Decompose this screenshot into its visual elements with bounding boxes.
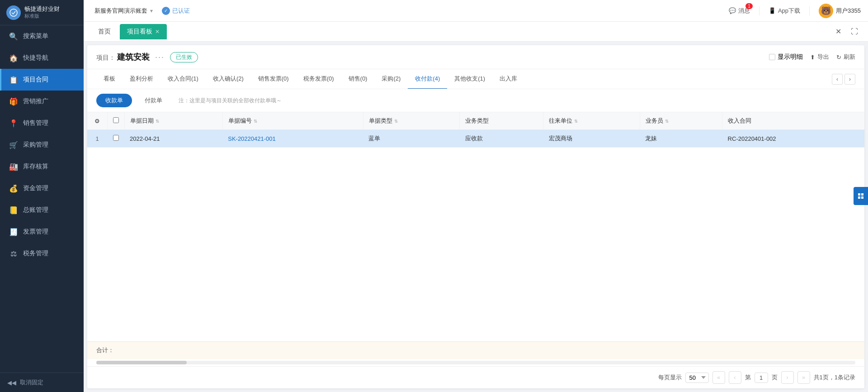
sidebar-item-finance[interactable]: 💰 资金管理	[0, 177, 84, 199]
sub-tab-----4-[interactable]: 收付款(4)	[408, 69, 447, 89]
prev-page-button[interactable]: ‹	[729, 371, 741, 384]
certified-badge: ✓ 已认证	[162, 7, 190, 15]
th-income-contract-label: 收入合同	[728, 117, 751, 124]
sub-tab-next-button[interactable]: ›	[844, 74, 855, 85]
tabbar: 首页 项目看板 ✕ ✕ ⛶	[84, 22, 868, 42]
topbar-divider	[759, 6, 760, 15]
th-date-sort-icon: ⇅	[156, 119, 159, 124]
topbar-divider-2	[809, 6, 810, 15]
export-button[interactable]: ⬆ 导出	[810, 53, 829, 61]
svg-point-0	[10, 9, 17, 16]
show-detail-checkbox[interactable]: 显示明细	[769, 53, 803, 61]
next-page-button[interactable]: ›	[781, 371, 794, 384]
expand-window-button[interactable]: ⛶	[848, 25, 861, 38]
scroll-thumb[interactable]	[96, 361, 187, 364]
row-checkbox[interactable]	[113, 135, 119, 141]
sub-tab---[interactable]: 看板	[96, 69, 123, 89]
sidebar-item-search[interactable]: 🔍 搜索菜单	[0, 25, 84, 47]
sub-tab------1-[interactable]: 收入合同(1)	[160, 69, 206, 89]
th-number[interactable]: 单据编号 ⇅	[222, 112, 363, 130]
app-download-label: App下载	[778, 7, 800, 15]
app-edition: 标准版	[24, 13, 60, 19]
sub-tab-prev-button[interactable]: ‹	[832, 74, 843, 85]
certified-icon: ✓	[162, 7, 170, 15]
sidebar-item-ledger[interactable]: 📒 总账管理	[0, 199, 84, 221]
th-number-sort-icon: ⇅	[254, 119, 257, 124]
page-size-select[interactable]: 50 20 100	[685, 373, 709, 383]
sidebar-item-sales[interactable]: 📍 销售管理	[0, 112, 84, 134]
th-type-label: 单据类型	[369, 117, 392, 125]
purchase-icon: 🛒	[9, 140, 19, 150]
svg-rect-4	[861, 196, 863, 199]
current-page-input[interactable]: 1	[755, 373, 768, 383]
page-end-label: 页	[772, 373, 778, 382]
th-partner-sort-icon: ⇅	[574, 119, 578, 124]
unpin-button[interactable]: ◀◀ 取消固定	[0, 373, 84, 392]
app-download-button[interactable]: 📱 App下载	[769, 7, 800, 15]
tax-icon: ⚖	[9, 249, 19, 258]
sub-tab------2-[interactable]: 收入确认(2)	[206, 69, 251, 89]
th-settings[interactable]: ⚙	[87, 112, 107, 130]
th-partner-label: 往来单位	[549, 117, 572, 125]
th-checkbox[interactable]	[107, 112, 124, 130]
show-detail-checkbox-box[interactable]	[769, 54, 775, 60]
sub-tab------0-[interactable]: 销售发票(0)	[251, 69, 296, 89]
table-row[interactable]: 1 2022-04-21 SK-20220421-001 蓝单 应收款 宏茂商场…	[87, 130, 864, 148]
td-checkbox[interactable]	[107, 130, 124, 148]
sidebar-logo: 畅捷通好业财 标准版	[0, 0, 84, 25]
sidebar-item-invoice[interactable]: 🧾 发票管理	[0, 221, 84, 243]
sidebar-item-project[interactable]: 📋 项目合同	[0, 69, 84, 91]
th-date[interactable]: 单据日期 ⇅	[124, 112, 222, 130]
user-menu[interactable]: 🐻 用户3355	[819, 4, 861, 18]
td-type: 蓝单	[363, 130, 460, 148]
tab-close-icon[interactable]: ✕	[155, 29, 160, 35]
document-number-link[interactable]: SK-20220421-001	[228, 135, 276, 142]
settings-icon[interactable]: ⚙	[94, 118, 100, 124]
sidebar-item-quicknav[interactable]: 🏠 快捷导航	[0, 47, 84, 69]
tab-home[interactable]: 首页	[91, 24, 118, 39]
sidebar-item-label: 营销推广	[23, 97, 48, 105]
topbar-right: 💬 消息 1 📱 App下载 🐻 用户3355	[729, 4, 861, 18]
first-page-button[interactable]: «	[712, 371, 725, 384]
sub-tab-----[interactable]: 盈利分析	[123, 69, 160, 89]
certified-label: 已认证	[172, 7, 190, 15]
message-button[interactable]: 💬 消息 1	[729, 7, 750, 15]
refresh-button[interactable]: ↻ 刷新	[836, 53, 855, 61]
record-tab-付款单[interactable]: 付款单	[136, 94, 171, 107]
record-tab-收款单[interactable]: 收款单	[96, 94, 132, 107]
td-income-contract: RC-20220401-002	[722, 130, 864, 148]
sidebar-item-marketing[interactable]: 🎁 营销推广	[0, 91, 84, 112]
refresh-label: 刷新	[844, 53, 855, 61]
per-page-label: 每页显示	[658, 373, 682, 382]
th-type[interactable]: 单据类型 ⇅	[363, 112, 460, 130]
sidebar: 畅捷通好业财 标准版 🔍 搜索菜单 🏠 快捷导航 📋 项目合同 🎁 营销推广 📍…	[0, 0, 84, 392]
sidebar-item-inventory[interactable]: 🏭 库存核算	[0, 156, 84, 177]
project-name: 建筑安装	[117, 53, 150, 62]
th-date-label: 单据日期	[130, 117, 154, 125]
sidebar-item-tax[interactable]: ⚖ 税务管理	[0, 243, 84, 264]
td-index: 1	[87, 130, 107, 148]
td-number[interactable]: SK-20220421-001	[222, 130, 363, 148]
float-panel-icon[interactable]	[854, 187, 868, 205]
account-chevron-icon: ▾	[150, 8, 153, 14]
sub-tab------0-[interactable]: 税务发票(0)	[296, 69, 341, 89]
last-page-button[interactable]: »	[797, 371, 810, 384]
account-selector[interactable]: 新服务官网演示账套 ▾	[91, 5, 156, 17]
sub-tab------1-[interactable]: 其他收支(1)	[447, 69, 492, 89]
svg-rect-1	[858, 193, 860, 196]
message-icon: 💬	[729, 7, 736, 14]
sidebar-item-label: 发票管理	[23, 228, 48, 236]
sub-tab----0-[interactable]: 销售(0)	[341, 69, 375, 89]
sidebar-item-purchase[interactable]: 🛒 采购管理	[0, 134, 84, 156]
more-options-button[interactable]: ···	[155, 53, 165, 62]
tab-project-board[interactable]: 项目看板 ✕	[120, 24, 167, 39]
select-all-checkbox[interactable]	[113, 117, 119, 123]
total-label: 合计：	[96, 347, 114, 354]
th-salesperson-sort-icon: ⇅	[665, 119, 669, 124]
th-partner[interactable]: 往来单位 ⇅	[543, 112, 640, 130]
th-salesperson[interactable]: 业务员 ⇅	[640, 112, 722, 130]
close-window-button[interactable]: ✕	[832, 25, 844, 38]
table-scroll-container[interactable]: ⚙ 单据日期 ⇅ 单据编号	[87, 112, 864, 341]
sub-tab----2-[interactable]: 采购(2)	[374, 69, 408, 89]
sub-tab----[interactable]: 出入库	[492, 69, 524, 89]
